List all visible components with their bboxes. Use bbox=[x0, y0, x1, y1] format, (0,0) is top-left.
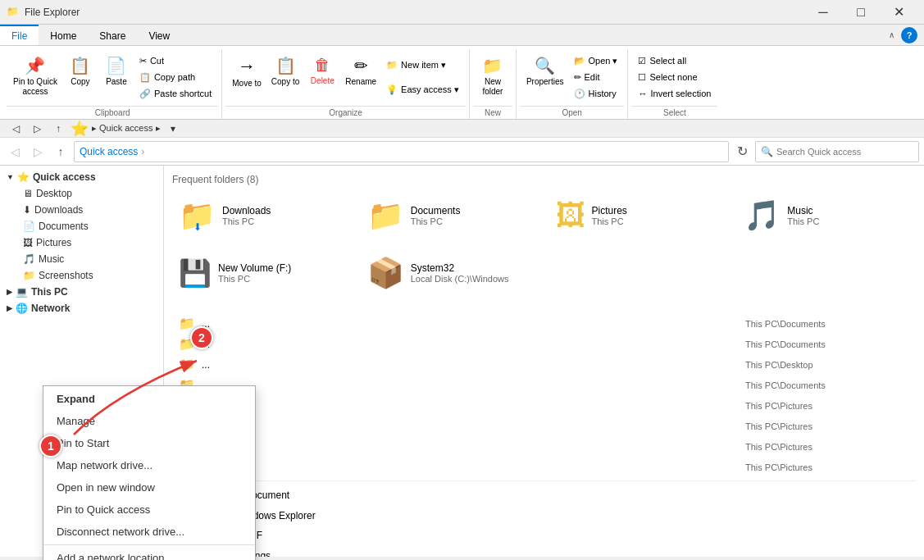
properties-button[interactable]: 🔍 Properties bbox=[521, 52, 569, 102]
ribbon: 📌 Pin to Quickaccess 📋 Copy 📄 Paste ✂ Cu… bbox=[0, 46, 924, 120]
tab-share[interactable]: Share bbox=[88, 25, 137, 45]
list-item[interactable]: 📁 ... This PC\Pictures bbox=[172, 416, 916, 436]
sidebar-item-documents[interactable]: 📄 Documents bbox=[0, 218, 163, 234]
refresh-button[interactable]: ↻ bbox=[732, 142, 752, 162]
ribbon-tabs: File Home Share View ∧ ? bbox=[0, 25, 924, 46]
move-to-button[interactable]: → Move to bbox=[227, 52, 266, 102]
sidebar-item-screenshots[interactable]: 📁 Screenshots bbox=[0, 267, 163, 284]
folder-system32[interactable]: 📦 System32 Local Disk (C:)\Windows bbox=[361, 249, 539, 297]
help-button[interactable]: ? bbox=[901, 27, 917, 43]
pictures-label: Pictures bbox=[36, 237, 71, 248]
clipboard-label: Clipboard bbox=[7, 106, 218, 119]
new-item-button[interactable]: 📁 New item ▾ bbox=[381, 58, 464, 72]
folder-new-volume[interactable]: 💾 New Volume (F:) This PC bbox=[172, 249, 351, 297]
list-item-new-text[interactable]: 📄 New Text Document bbox=[172, 485, 916, 505]
ctx-open-new-window[interactable]: Open in new window bbox=[164, 476, 255, 499]
close-button[interactable]: ✕ bbox=[880, 0, 917, 25]
delete-button[interactable]: 🗑 Delete bbox=[304, 52, 340, 102]
dropdown-btn[interactable]: ▾ bbox=[164, 121, 182, 136]
new-buttons: 📁 Newfolder bbox=[473, 49, 512, 106]
ctx-pin-start[interactable]: Pin to Start bbox=[164, 432, 255, 454]
forward-nav-button[interactable]: ▷ bbox=[28, 142, 48, 162]
tab-view[interactable]: View bbox=[137, 25, 181, 45]
organize-label: Organize bbox=[225, 106, 466, 119]
list-item[interactable]: 📁 ... This PC\Pictures bbox=[172, 436, 916, 457]
invert-icon: ↔ bbox=[638, 89, 647, 98]
edit-button[interactable]: ✏ Edit bbox=[569, 71, 623, 84]
sidebar-item-quick-access[interactable]: ▼ ⭐ Quick access bbox=[0, 169, 163, 185]
folder-downloads[interactable]: 📁⬇ Downloads This PC bbox=[172, 192, 351, 239]
back-nav-button[interactable]: ◁ bbox=[5, 142, 25, 162]
folder-documents[interactable]: 📁 Documents This PC bbox=[361, 192, 539, 239]
open-label: Open bbox=[520, 106, 625, 119]
search-box[interactable]: 🔍 bbox=[755, 141, 919, 162]
quick-access-label: Quick access bbox=[33, 171, 96, 183]
list-item-manage-settings[interactable]: ⚙ Manage Settings bbox=[172, 545, 916, 557]
invert-selection-button[interactable]: ↔ Invert selection bbox=[633, 87, 716, 100]
copy-to-button[interactable]: 📋 Copy to bbox=[266, 52, 304, 102]
select-all-button[interactable]: ☑ Select all bbox=[633, 54, 716, 68]
list-item-restart-explorer[interactable]: 🔄 Restart Windows Explorer bbox=[172, 505, 916, 526]
search-input[interactable] bbox=[776, 147, 913, 157]
ctx-pin-quick-access[interactable]: Pin to Quick access bbox=[164, 499, 255, 521]
sidebar-item-music[interactable]: 🎵 Music bbox=[0, 251, 163, 267]
breadcrumb-quick-access[interactable]: Quick access bbox=[80, 146, 138, 157]
downloads-info: Downloads This PC bbox=[222, 205, 271, 226]
new-folder-icon: 📁 bbox=[482, 56, 503, 75]
tab-home[interactable]: Home bbox=[39, 25, 88, 45]
maximize-button[interactable]: □ bbox=[842, 0, 880, 25]
copy-path-button[interactable]: 📋 Copy path bbox=[134, 71, 216, 84]
open-button[interactable]: 📂 Open ▾ bbox=[569, 54, 623, 68]
ctx-map-network[interactable]: Map network drive... bbox=[164, 454, 255, 476]
quick-access-star[interactable]: ⭐ bbox=[71, 120, 89, 138]
list-item[interactable]: 📁 ... This PC\Desktop bbox=[172, 354, 916, 375]
sidebar-item-network[interactable]: ▶ 🌐 Network bbox=[0, 300, 163, 316]
rename-button[interactable]: ✏ Rename bbox=[340, 52, 381, 102]
up-nav-button[interactable]: ↑ bbox=[51, 142, 71, 162]
ribbon-group-select: ☑ Select all ☐ Select none ↔ Invert sele… bbox=[628, 49, 721, 119]
back-button[interactable]: ◁ bbox=[7, 121, 25, 136]
list-item[interactable]: 📁 ... This PC\Documents bbox=[172, 375, 916, 395]
documents-info: Documents This PC bbox=[411, 205, 461, 226]
ribbon-collapse-btn[interactable]: ∧ bbox=[881, 25, 901, 45]
list-item[interactable]: 📁 ... This PC\Pictures bbox=[172, 457, 916, 477]
properties-icon: 🔍 bbox=[535, 56, 555, 75]
tab-file[interactable]: File bbox=[0, 25, 39, 45]
cut-button[interactable]: ✂ Cut bbox=[134, 54, 216, 68]
history-button[interactable]: 🕐 History bbox=[569, 87, 623, 101]
paste-button[interactable]: 📄 Paste bbox=[98, 52, 134, 102]
address-breadcrumb[interactable]: Quick access › bbox=[74, 141, 729, 162]
list-item[interactable]: 📁 ... This PC\Documents bbox=[172, 334, 916, 354]
minimize-button[interactable]: ─ bbox=[804, 0, 842, 25]
folder-pictures[interactable]: 🖼 Pictures This PC bbox=[549, 192, 728, 239]
rename-icon: ✏ bbox=[354, 56, 368, 75]
ctx-separator1 bbox=[164, 544, 255, 545]
pin-to-quick-access-button[interactable]: 📌 Pin to Quickaccess bbox=[8, 52, 62, 102]
content-area: Frequent folders (8) 📁⬇ Downloads This P… bbox=[164, 166, 924, 557]
ctx-manage[interactable]: Manage bbox=[164, 410, 255, 432]
sidebar-item-desktop[interactable]: 🖥 Desktop bbox=[0, 185, 163, 202]
music-label: Music bbox=[39, 253, 64, 265]
copy-button[interactable]: 📋 Copy bbox=[62, 52, 98, 102]
easy-access-button[interactable]: 💡 Easy access ▾ bbox=[381, 83, 464, 97]
system32-info: System32 Local Disk (C:)\Windows bbox=[411, 262, 509, 284]
ctx-disconnect[interactable]: Disconnect network drive... bbox=[164, 521, 255, 543]
up-button[interactable]: ↑ bbox=[49, 121, 67, 136]
ctx-add-network[interactable]: Add a network location bbox=[164, 547, 255, 557]
ctx-expand[interactable]: Expand bbox=[164, 388, 255, 410]
list-item[interactable]: 📁 ... This PC\Documents bbox=[172, 313, 916, 334]
new-folder-button[interactable]: 📁 Newfolder bbox=[475, 52, 511, 102]
select-none-button[interactable]: ☐ Select none bbox=[633, 71, 716, 84]
list-item-realtime-off[interactable]: ⏹ Real time OFF bbox=[172, 526, 916, 545]
music-info: Music This PC bbox=[787, 205, 819, 226]
sidebar-item-pictures[interactable]: 🖼 Pictures bbox=[0, 234, 163, 251]
sidebar-item-downloads[interactable]: ⬇ Downloads bbox=[0, 202, 163, 218]
list-item[interactable]: 📁 ... This PC\Pictures bbox=[172, 395, 916, 416]
paste-shortcut-button[interactable]: 🔗 Paste shortcut bbox=[134, 87, 216, 101]
folder-music[interactable]: 🎵 Music This PC bbox=[737, 192, 916, 239]
organize-small-buttons: 📁 New item ▾ 💡 Easy access ▾ bbox=[381, 52, 464, 102]
documents-label: Documents bbox=[39, 221, 89, 232]
sidebar-item-this-pc[interactable]: ▶ 💻 This PC bbox=[0, 284, 163, 300]
context-menu: Expand Manage Pin to Start Map network d… bbox=[164, 385, 256, 557]
forward-button[interactable]: ▷ bbox=[28, 121, 46, 136]
